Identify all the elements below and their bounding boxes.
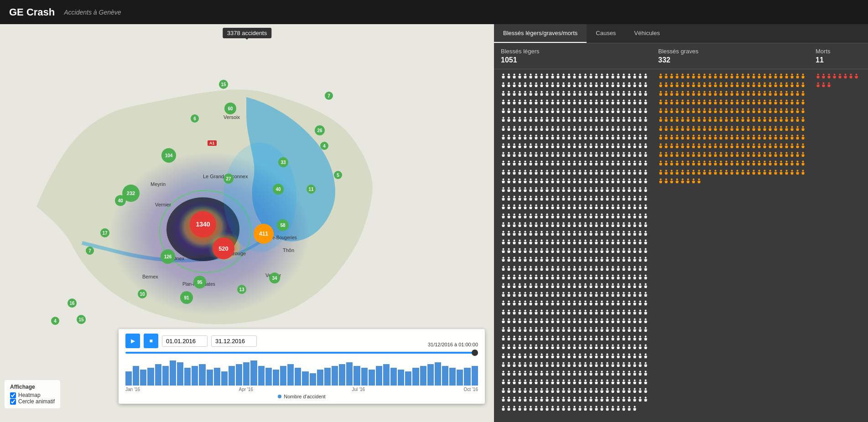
svg-point-2861 <box>562 301 564 303</box>
svg-point-3861 <box>601 380 603 381</box>
svg-point-2897 <box>612 301 613 303</box>
cluster-1340[interactable]: 1340 <box>190 211 216 237</box>
cluster-7b[interactable]: 7 <box>86 247 94 255</box>
cluster-7a[interactable]: 7 <box>325 92 333 100</box>
svg-point-5021 <box>731 134 733 136</box>
heatmap-checkbox[interactable] <box>10 392 16 398</box>
cluster-4b[interactable]: 4 <box>51 317 59 325</box>
cluster-95[interactable]: 95 <box>193 276 206 288</box>
svg-point-105 <box>634 73 635 75</box>
svg-point-3989 <box>628 388 630 390</box>
play-button[interactable]: ▶ <box>125 334 140 348</box>
svg-point-4633 <box>791 100 793 102</box>
svg-point-3605 <box>546 362 548 364</box>
cluster-520[interactable]: 520 <box>213 237 234 259</box>
cluster-91[interactable]: 91 <box>180 291 193 304</box>
cluster-10[interactable]: 10 <box>138 289 147 298</box>
svg-point-4701 <box>736 108 738 110</box>
svg-point-989 <box>513 152 515 154</box>
svg-point-4101 <box>634 397 635 399</box>
svg-point-4517 <box>780 91 782 93</box>
timeline-slider[interactable] <box>125 352 478 354</box>
svg-point-3241 <box>639 327 641 329</box>
svg-point-37 <box>541 73 542 75</box>
svg-point-2141 <box>612 240 613 242</box>
cluster-11[interactable]: 11 <box>307 185 316 194</box>
svg-point-4489 <box>742 91 743 93</box>
svg-point-957 <box>617 144 619 145</box>
tab-causes[interactable]: Causes <box>587 24 625 43</box>
cluster-34[interactable]: 34 <box>269 273 280 283</box>
svg-point-1965 <box>519 231 520 232</box>
svg-point-5497 <box>791 170 793 171</box>
svg-point-165 <box>568 82 570 84</box>
cluster-126[interactable]: 126 <box>161 249 175 264</box>
svg-point-5029 <box>742 134 743 136</box>
svg-point-3361 <box>508 345 509 346</box>
svg-point-1449 <box>551 187 553 189</box>
svg-point-1573 <box>573 196 575 198</box>
cluster-13[interactable]: 13 <box>237 285 246 294</box>
svg-point-4845 <box>785 117 787 119</box>
svg-point-3581 <box>513 362 515 364</box>
svg-point-725 <box>595 126 597 128</box>
svg-point-5069 <box>796 134 798 136</box>
slider-thumb[interactable] <box>472 350 478 356</box>
svg-point-2257 <box>623 248 624 250</box>
cluster-40b[interactable]: 40 <box>115 195 126 206</box>
cluster-16[interactable]: 16 <box>68 298 77 308</box>
svg-point-1341 <box>551 178 553 180</box>
picto-col-legers <box>501 73 649 418</box>
svg-point-2649 <box>568 283 570 285</box>
cluster-26[interactable]: 26 <box>315 125 325 135</box>
cluster-5[interactable]: 5 <box>334 171 342 179</box>
svg-point-57 <box>568 73 570 75</box>
svg-point-2525 <box>546 274 548 276</box>
cluster-33[interactable]: 33 <box>278 157 288 167</box>
cluster-104[interactable]: 104 <box>161 148 176 163</box>
svg-point-1517 <box>645 187 646 189</box>
svg-point-2597 <box>645 274 646 276</box>
svg-point-4613 <box>764 100 765 102</box>
date-start-input[interactable] <box>162 335 208 347</box>
date-end-input[interactable] <box>211 335 257 347</box>
tab-vehicules[interactable]: Véhicules <box>625 24 669 43</box>
svg-point-489 <box>568 108 570 110</box>
cluster-411[interactable]: 411 <box>254 224 274 244</box>
svg-point-5033 <box>747 134 749 136</box>
stop-button[interactable]: ■ <box>144 334 158 348</box>
svg-point-3073 <box>557 318 559 320</box>
svg-point-3161 <box>530 327 531 329</box>
cluster-27[interactable]: 27 <box>223 174 234 184</box>
cluster-6[interactable]: 6 <box>191 114 199 123</box>
svg-point-4557 <box>687 100 689 102</box>
svg-point-2569 <box>606 274 608 276</box>
svg-point-2169 <box>502 248 504 250</box>
cluster-17[interactable]: 17 <box>100 228 109 237</box>
svg-point-3617 <box>562 362 564 364</box>
cluster-58[interactable]: 58 <box>277 219 289 231</box>
cluster-15a[interactable]: 15 <box>219 80 228 89</box>
svg-point-5249 <box>747 152 749 154</box>
svg-point-2165 <box>645 240 646 242</box>
svg-point-1145 <box>579 161 581 163</box>
svg-point-189 <box>601 82 603 84</box>
cluster-40a[interactable]: 40 <box>273 184 284 195</box>
svg-point-685 <box>541 126 542 128</box>
cluster-60[interactable]: 60 <box>224 103 236 114</box>
affichage-panel: Affichage Heatmap Cercle animatif <box>5 380 60 408</box>
svg-point-1117 <box>541 161 542 163</box>
svg-point-4385 <box>747 82 749 84</box>
svg-point-4353 <box>703 82 705 84</box>
svg-point-3229 <box>623 327 624 329</box>
svg-point-2209 <box>557 248 559 250</box>
svg-point-4861 <box>660 126 661 128</box>
svg-point-1729 <box>639 205 641 206</box>
svg-point-389 <box>579 100 581 102</box>
svg-point-1257 <box>584 170 586 171</box>
cercle-checkbox[interactable] <box>10 399 16 405</box>
svg-point-2285 <box>513 257 515 259</box>
cluster-15b[interactable]: 15 <box>77 315 86 324</box>
cluster-4a[interactable]: 4 <box>320 142 328 150</box>
tab-blesses[interactable]: Blessés légers/graves/morts <box>494 24 587 43</box>
